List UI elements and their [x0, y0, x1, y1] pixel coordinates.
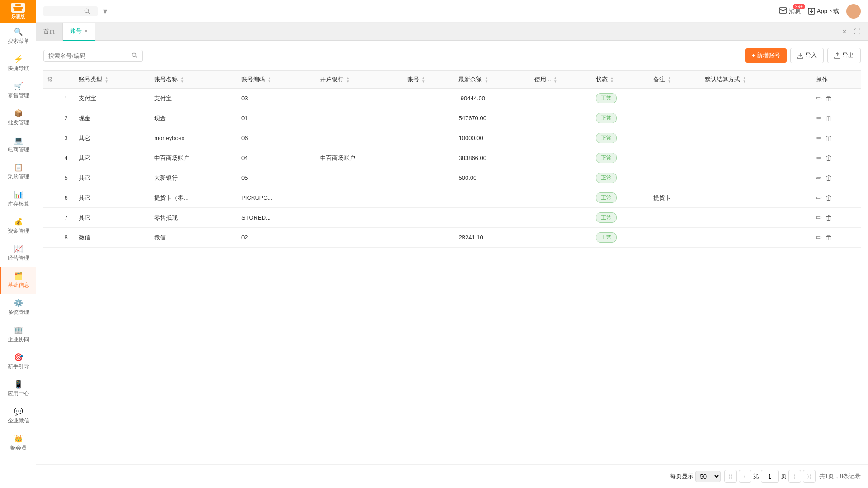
tab-fullscreen-icon[interactable]: ⛶	[852, 26, 863, 37]
messages-button[interactable]: 消息 99+	[779, 7, 801, 15]
sidebar-item-operations[interactable]: 📈 经营管理	[0, 239, 36, 267]
sidebar-item-wholesale[interactable]: 📦 批发管理	[0, 104, 36, 131]
sidebar-item-finance[interactable]: 💰 资金管理	[0, 212, 36, 239]
sidebar-item-basic[interactable]: 🗂️ 基础信息	[0, 267, 36, 294]
col-default-payment[interactable]: 默认结算方式 ▲▼	[701, 71, 812, 89]
per-page-select[interactable]: 50 20 100	[695, 471, 721, 482]
export-button[interactable]: 导出	[827, 48, 861, 63]
sort-payment-icon: ▲▼	[743, 76, 746, 84]
sidebar-item-system[interactable]: ⚙️ 系统管理	[0, 294, 36, 321]
app-download-button[interactable]: App下载	[808, 7, 839, 15]
status-badge: 正常	[596, 93, 617, 103]
edit-icon[interactable]: ✏	[816, 194, 822, 202]
total-info: 共1页，8条记录	[819, 472, 861, 480]
export-label: 导出	[842, 52, 854, 60]
col-code[interactable]: 账号编码 ▲▼	[238, 71, 316, 89]
export-icon	[834, 52, 840, 59]
table-search-input[interactable]	[48, 52, 132, 59]
message-icon	[779, 7, 787, 15]
tab-close-button[interactable]: ×	[85, 28, 88, 34]
tab-close-icon[interactable]: ✕	[839, 26, 850, 37]
sidebar: 乐惠版 🔍 搜索菜单 ⚡ 快捷导航 🛒 零售管理 📦 批发管理 💻 电商管理 📋…	[0, 0, 36, 488]
tab-home[interactable]: 首页	[36, 23, 63, 41]
delete-icon[interactable]: 🗑	[826, 174, 832, 182]
sidebar-item-appcenter[interactable]: 📱 应用中心	[0, 375, 36, 402]
sidebar-label-appcenter: 应用中心	[8, 390, 29, 398]
user-avatar[interactable]	[846, 4, 861, 19]
prev-page-button[interactable]: ⟨	[739, 470, 751, 483]
delete-icon[interactable]: 🗑	[826, 234, 832, 242]
sidebar-item-search[interactable]: 🔍 搜索菜单	[0, 23, 36, 50]
sidebar-item-purchase[interactable]: 📋 采购管理	[0, 158, 36, 185]
dropdown-icon[interactable]: ▾	[103, 6, 107, 16]
table-search-icon[interactable]	[132, 52, 138, 59]
col-usage[interactable]: 使用... ▲▼	[531, 71, 592, 89]
delete-icon[interactable]: 🗑	[826, 214, 832, 222]
row-default-payment	[701, 128, 812, 148]
row-remark	[650, 168, 701, 188]
sidebar-item-retail[interactable]: 🛒 零售管理	[0, 77, 36, 104]
add-account-button[interactable]: + 新增账号	[745, 48, 787, 63]
row-name: 零售抵现	[151, 208, 238, 228]
next-page-button[interactable]: ⟩	[788, 470, 801, 483]
sidebar-item-member[interactable]: 👑 畅会员	[0, 429, 36, 456]
column-settings-icon[interactable]: ⚙	[47, 75, 53, 83]
row-remark	[650, 89, 701, 108]
row-status: 正常	[592, 188, 650, 208]
delete-icon[interactable]: 🗑	[826, 114, 832, 122]
sidebar-icon-operations: 📈	[14, 244, 23, 253]
header-search-input[interactable]	[48, 8, 84, 14]
col-account[interactable]: 账号 ▲▼	[404, 71, 455, 89]
import-button[interactable]: 导入	[790, 48, 824, 63]
sidebar-icon-search: 🔍	[14, 27, 23, 36]
sidebar-item-wechat[interactable]: 💬 企业微信	[0, 402, 36, 429]
edit-icon[interactable]: ✏	[816, 154, 822, 162]
delete-icon[interactable]: 🗑	[826, 134, 832, 142]
col-balance[interactable]: 最新余额 ▲▼	[455, 71, 530, 89]
col-name[interactable]: 账号名称 ▲▼	[151, 71, 238, 89]
row-code: 03	[238, 89, 316, 108]
row-usage	[531, 228, 592, 248]
sort-type-icon: ▲▼	[105, 76, 108, 84]
top-header: ▾ 消息 99+ App下载	[36, 0, 868, 23]
row-usage	[531, 128, 592, 148]
row-account	[404, 128, 455, 148]
delete-icon[interactable]: 🗑	[826, 94, 832, 103]
row-code: 02	[238, 228, 316, 248]
row-bank	[316, 108, 404, 128]
sort-bank-icon: ▲▼	[346, 76, 349, 84]
col-bank[interactable]: 开户银行 ▲▼	[316, 71, 404, 89]
col-actions: 操作	[812, 71, 861, 89]
row-number: 5	[57, 168, 75, 188]
sidebar-item-guide[interactable]: 🎯 新手引导	[0, 348, 36, 375]
row-actions: ✏ 🗑	[812, 208, 861, 228]
edit-icon[interactable]: ✏	[816, 174, 822, 182]
edit-icon[interactable]: ✏	[816, 234, 822, 242]
sidebar-item-inventory[interactable]: 📊 库存核算	[0, 185, 36, 212]
last-page-button[interactable]: ⟩⟩	[803, 470, 816, 483]
sidebar-item-enterprise[interactable]: 🏢 企业协同	[0, 321, 36, 348]
row-balance	[455, 188, 530, 208]
table-row: 2 现金 现金 01 547670.00 正常 ✏ 🗑	[43, 108, 861, 128]
col-remark[interactable]: 备注 ▲▼	[650, 71, 701, 89]
edit-icon[interactable]: ✏	[816, 94, 822, 103]
row-actions: ✏ 🗑	[812, 89, 861, 108]
row-status: 正常	[592, 228, 650, 248]
first-page-button[interactable]: ⟨⟨	[724, 470, 737, 483]
col-status[interactable]: 状态 ▲▼	[592, 71, 650, 89]
status-badge: 正常	[596, 232, 617, 243]
page-number-input[interactable]	[761, 470, 779, 483]
edit-icon[interactable]: ✏	[816, 134, 822, 142]
sidebar-item-shortcut[interactable]: ⚡ 快捷导航	[0, 50, 36, 77]
sidebar-item-ecommerce[interactable]: 💻 电商管理	[0, 131, 36, 158]
edit-icon[interactable]: ✏	[816, 114, 822, 122]
sidebar-label-inventory: 库存核算	[8, 200, 29, 208]
delete-icon[interactable]: 🗑	[826, 154, 832, 162]
row-default-payment	[701, 108, 812, 128]
delete-icon[interactable]: 🗑	[826, 194, 832, 202]
edit-icon[interactable]: ✏	[816, 214, 822, 222]
row-type: 其它	[75, 148, 151, 168]
tab-account[interactable]: 账号 ×	[63, 23, 95, 41]
col-type[interactable]: 账号类型 ▲▼	[75, 71, 151, 89]
row-remark	[650, 128, 701, 148]
